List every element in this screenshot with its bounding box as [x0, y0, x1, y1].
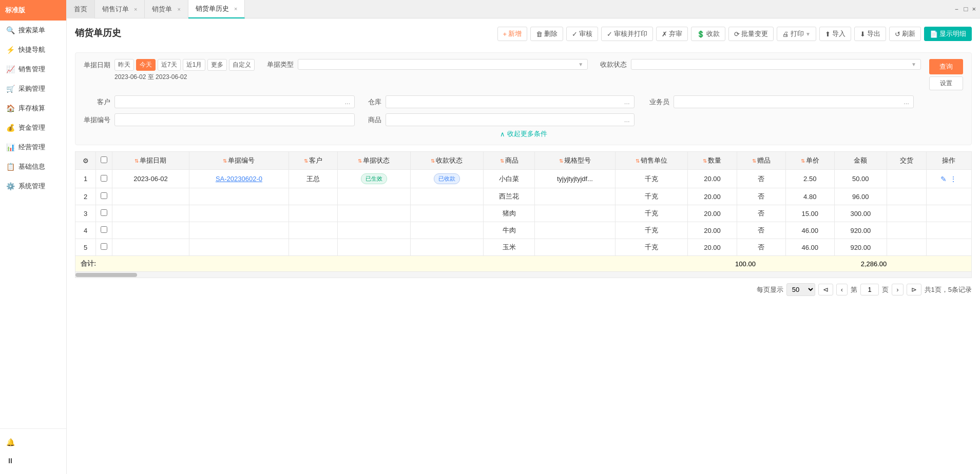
sidebar-item-sales-mgmt[interactable]: 📈 销售管理: [0, 60, 66, 79]
tab-sales-delivery[interactable]: 销货单 ×: [145, 0, 188, 18]
col-doc-no[interactable]: ⇅ 单据编号: [189, 152, 289, 170]
row-goods: 小白菜: [483, 170, 535, 188]
col-spec[interactable]: ⇅ 规格型号: [535, 152, 615, 170]
select-all-checkbox[interactable]: [101, 156, 107, 163]
table-footer: 合计: 100.00 2,286.00: [75, 256, 972, 272]
operation-icon: 📊: [6, 143, 14, 151]
tab-sales-order-close[interactable]: ×: [134, 6, 137, 12]
row-checkbox[interactable]: [96, 170, 112, 188]
tab-sales-delivery-close[interactable]: ×: [177, 6, 180, 12]
col-checkbox[interactable]: [96, 152, 112, 170]
sidebar-item-inventory[interactable]: 🏠 库存核算: [0, 98, 66, 118]
sidebar-item-quick-nav[interactable]: ⚡ 快捷导航: [0, 40, 66, 60]
row-goods: 玉米: [483, 239, 535, 256]
tab-sales-history[interactable]: 销货单历史 ×: [188, 0, 245, 18]
window-maximize-btn[interactable]: □: [964, 5, 968, 13]
warehouse-ellipsis[interactable]: ...: [624, 98, 630, 106]
1month-btn[interactable]: 近1月: [183, 59, 206, 71]
row-qty: 20.00: [688, 239, 737, 256]
sidebar-item-basic-info[interactable]: 📋 基础信息: [0, 157, 66, 176]
doc-no-input[interactable]: [114, 113, 355, 126]
sidebar-pause-btn[interactable]: ⏸: [0, 451, 66, 470]
row-checkbox[interactable]: [96, 205, 112, 222]
goods-ellipsis[interactable]: ...: [624, 116, 630, 124]
scroll-thumb[interactable]: [75, 273, 137, 277]
window-minimize-btn[interactable]: －: [953, 5, 960, 14]
filter-collapse-btn[interactable]: ∧ 收起更多条件: [84, 129, 963, 139]
page-number-input[interactable]: [860, 284, 879, 295]
row-checkbox[interactable]: [96, 188, 112, 205]
tab-home[interactable]: 首页: [67, 0, 95, 18]
print-button[interactable]: 🖨 打印 ▼: [777, 27, 816, 41]
col-customer[interactable]: ⇅ 客户: [289, 152, 337, 170]
footer-total-amount: 2,286.00: [822, 260, 925, 268]
sidebar-item-search-menu[interactable]: 🔍 搜索菜单: [0, 21, 66, 40]
last-page-btn[interactable]: ⊳: [907, 284, 921, 295]
tab-sales-order[interactable]: 销售订单 ×: [95, 0, 145, 18]
more-icon[interactable]: ⋮: [950, 175, 957, 183]
sidebar-item-system-mgmt[interactable]: ⚙️ 系统管理: [0, 176, 66, 196]
tab-sales-history-close[interactable]: ×: [234, 6, 237, 12]
delete-button[interactable]: 🗑 删除: [530, 27, 563, 41]
col-doc-status[interactable]: ⇅ 单据状态: [338, 152, 411, 170]
next-page-btn[interactable]: ›: [892, 284, 903, 295]
sidebar-item-operation-mgmt[interactable]: 📊 经营管理: [0, 137, 66, 157]
doc-no-link[interactable]: SA-20230602-0: [216, 175, 262, 183]
col-payment-status[interactable]: ⇅ 收款状态: [410, 152, 483, 170]
sidebar-item-label: 搜索菜单: [18, 26, 45, 35]
today-btn[interactable]: 今天: [136, 59, 156, 71]
payment-status-select[interactable]: ▼: [631, 59, 921, 70]
quick-nav-icon: ⚡: [6, 46, 14, 54]
row-price: 46.00: [785, 222, 834, 239]
page-title: 销货单历史: [75, 27, 121, 39]
col-qty[interactable]: ⇅ 数量: [688, 152, 737, 170]
more-btn[interactable]: 更多: [207, 59, 227, 71]
prev-page-btn[interactable]: ‹: [836, 284, 848, 295]
custom-btn[interactable]: 自定义: [229, 59, 255, 71]
horizontal-scrollbar[interactable]: [75, 272, 972, 278]
salesperson-ellipsis[interactable]: ...: [904, 98, 909, 106]
salesperson-label: 业务员: [643, 97, 669, 107]
refresh-button[interactable]: ↺ 刷新: [889, 27, 921, 41]
window-close-btn[interactable]: ×: [972, 5, 976, 13]
row-doc-no: [189, 188, 289, 205]
batch-change-button[interactable]: ⟳ 批量变更: [728, 27, 774, 41]
col-unit[interactable]: ⇅ 销售单位: [615, 152, 688, 170]
export-button[interactable]: ⬇ 导出: [854, 27, 886, 41]
col-price[interactable]: ⇅ 单价: [785, 152, 834, 170]
show-detail-button[interactable]: 📄 显示明细: [924, 27, 972, 41]
row-checkbox[interactable]: [96, 239, 112, 256]
col-goods[interactable]: ⇅ 商品: [483, 152, 535, 170]
purchase-icon: 🛒: [6, 85, 14, 93]
doc-type-select[interactable]: ▼: [298, 59, 588, 70]
import-button[interactable]: ⬆ 导入: [819, 27, 851, 41]
col-gear[interactable]: ⚙: [75, 152, 96, 170]
7days-btn[interactable]: 近7天: [158, 59, 181, 71]
customer-ellipsis[interactable]: ...: [344, 98, 350, 106]
review-print-button[interactable]: ✓ 审核并打印: [601, 27, 653, 41]
sidebar-notification-btn[interactable]: 🔔: [0, 433, 66, 451]
table-row: 3猪肉千克20.00否15.00300.00: [75, 205, 972, 222]
abandon-icon: ✗: [662, 30, 667, 38]
add-button[interactable]: + 新增: [497, 27, 528, 41]
first-page-btn[interactable]: ⊲: [818, 284, 833, 295]
yesterday-btn[interactable]: 昨天: [114, 59, 134, 71]
row-unit: 千克: [615, 205, 688, 222]
sidebar-item-capital-mgmt[interactable]: 💰 资金管理: [0, 118, 66, 137]
row-spec: [535, 205, 615, 222]
per-page-select[interactable]: 50 100: [786, 283, 815, 296]
abandon-button[interactable]: ✗ 弃审: [656, 27, 688, 41]
data-table: ⚙ ⇅ 单据日期 ⇅: [75, 151, 972, 256]
row-checkbox[interactable]: [96, 222, 112, 239]
edit-icon[interactable]: ✎: [940, 175, 947, 183]
col-action: 操作: [926, 152, 971, 170]
sidebar-logo: 标准版: [0, 0, 66, 21]
collect-button[interactable]: 💲 收款: [691, 27, 725, 41]
settings-button[interactable]: 设置: [929, 76, 963, 90]
row-doc-date: [112, 205, 189, 222]
col-doc-date[interactable]: ⇅ 单据日期: [112, 152, 189, 170]
sidebar-item-purchase-mgmt[interactable]: 🛒 采购管理: [0, 79, 66, 98]
review-button[interactable]: ✓ 审核: [566, 27, 598, 41]
query-button[interactable]: 查询: [929, 59, 963, 74]
col-gift[interactable]: ⇅ 赠品: [737, 152, 785, 170]
